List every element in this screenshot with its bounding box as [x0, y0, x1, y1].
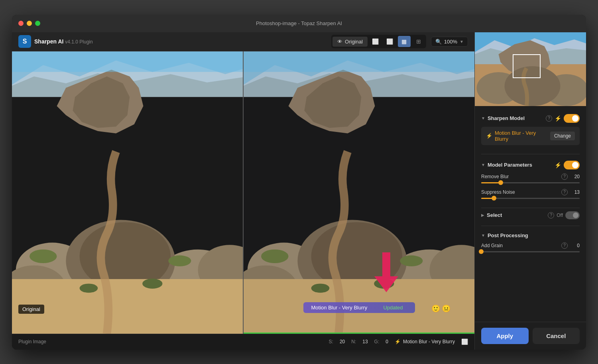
add-grain-label: Add Grain [481, 243, 559, 248]
post-processing-section-header: ▼ Post Processing [481, 232, 580, 238]
suppress-noise-value: 13 [570, 189, 580, 195]
right-sidebar: ▼ Sharpen Model ? ⚡ ⚡ Motion Blur - Very… [474, 32, 586, 350]
suppress-noise-slider-thumb [492, 196, 496, 201]
model-params-chevron-icon[interactable]: ▼ [481, 163, 485, 167]
remove-blur-label-row: Remove Blur ? 20 [481, 173, 580, 180]
original-view-button[interactable]: 👁 Original [332, 37, 368, 47]
sidebar-content: ▼ Sharpen Model ? ⚡ ⚡ Motion Blur - Very… [475, 106, 586, 322]
thumbnail-area [475, 32, 586, 106]
select-chevron-icon[interactable]: ▶ [481, 213, 484, 217]
view-toggle-group: 👁 Original ⬜ ⬜ ▦ ⊞ [331, 35, 426, 48]
original-image-half: Original [12, 51, 244, 334]
eye-icon: 👁 [337, 39, 342, 45]
remove-blur-slider-fill [481, 182, 501, 183]
brand: S Sharpen AI v4.1.0 Plugin [18, 35, 93, 48]
zoom-icon: 🔍 [435, 39, 442, 45]
sharpen-model-help[interactable]: ? [546, 115, 552, 122]
single-view-button[interactable]: ⬜ [369, 36, 382, 47]
side-by-side-button[interactable]: ▦ [398, 36, 411, 47]
model-parameters-toggle[interactable] [564, 161, 580, 169]
svg-point-15 [142, 278, 162, 288]
minimize-button[interactable] [27, 21, 32, 26]
status-model: ⚡ Motion Blur - Very Blurry [395, 339, 455, 344]
model-parameters-section-header: ▼ Model Parameters ⚡ [481, 161, 580, 169]
select-help[interactable]: ? [548, 212, 554, 218]
brand-name: Sharpen AI v4.1.0 Plugin [34, 38, 93, 45]
add-grain-label-row: Add Grain ? 0 [481, 242, 580, 249]
suppress-noise-param: Suppress Noise ? 13 [481, 189, 580, 199]
close-button[interactable] [18, 21, 24, 26]
cancel-button[interactable]: Cancel [533, 328, 580, 344]
add-grain-value: 0 [570, 243, 580, 248]
select-title: Select [487, 212, 545, 218]
thumbnail-image [475, 32, 586, 106]
thumbnail-focus-box [513, 54, 541, 78]
select-section-header: ▶ Select ? Off [481, 211, 580, 219]
add-grain-help[interactable]: ? [561, 242, 568, 249]
svg-rect-11 [12, 279, 243, 333]
select-state: Off [557, 212, 563, 218]
remove-blur-help[interactable]: ? [561, 173, 568, 180]
svg-point-13 [168, 255, 191, 266]
add-grain-param: Add Grain ? 0 [481, 242, 580, 252]
select-toggle[interactable] [565, 211, 580, 219]
zoom-chevron-icon: ▼ [460, 39, 464, 44]
model-name-label: ⚡ Motion Blur - Very Blurry [486, 130, 547, 142]
zoom-control[interactable]: 🔍 100% ▼ [431, 37, 468, 47]
change-model-button[interactable]: Change [550, 132, 575, 140]
remove-blur-slider-thumb [498, 180, 503, 185]
image-panel: S Sharpen AI v4.1.0 Plugin 👁 Original ⬜ … [12, 32, 474, 350]
title-bar: Photoshop-image - Topaz Sharpen AI [12, 15, 586, 32]
updated-tag: Updated [383, 305, 403, 311]
brand-icon: S [18, 35, 31, 48]
image-area: Original [12, 51, 474, 334]
g-label: G: [374, 339, 380, 344]
thumbs-down-icon[interactable]: 😐 [442, 304, 450, 313]
s-value: 20 [340, 339, 345, 344]
sharpen-model-bolt-icon: ⚡ [555, 115, 561, 122]
s-label: S: [329, 339, 333, 344]
main-window: Photoshop-image - Topaz Sharpen AI S Sha… [12, 15, 586, 350]
divider-3 [481, 226, 580, 226]
updated-model-name: Motion Blur - Very Blurry [311, 305, 368, 311]
remove-blur-value: 20 [570, 174, 580, 179]
image-status-bar: Plugin Image S: 20 N: 13 G: 0 ⚡ Motion B… [12, 334, 474, 350]
apply-button[interactable]: Apply [481, 328, 529, 344]
window-title: Photoshop-image - Topaz Sharpen AI [256, 20, 342, 26]
suppress-noise-slider[interactable] [481, 198, 580, 199]
add-grain-slider[interactable] [481, 251, 580, 252]
remove-blur-label: Remove Blur [481, 174, 559, 179]
grid-view-button[interactable]: ⊞ [412, 36, 425, 47]
svg-rect-16 [12, 51, 243, 72]
svg-point-12 [30, 249, 57, 263]
sharpen-model-chevron-icon[interactable]: ▼ [481, 116, 485, 120]
processed-image-half: Motion Blur - Very Blurry Updated 🙂 😐 [244, 51, 474, 334]
plugin-image-label: Plugin Image [18, 339, 46, 344]
divider-2 [481, 208, 580, 208]
maximize-button[interactable] [35, 21, 40, 26]
sharpen-model-title: Sharpen Model [488, 115, 543, 121]
model-parameters-title: Model Parameters [488, 162, 552, 168]
brand-version: v4.1.0 Plugin [65, 39, 92, 45]
sharpen-model-toggle[interactable] [564, 114, 580, 123]
svg-point-14 [80, 283, 98, 293]
suppress-noise-help[interactable]: ? [561, 189, 568, 195]
model-params-toggle-group: ⚡ [555, 161, 580, 169]
svg-rect-34 [244, 51, 474, 334]
updated-pill: Motion Blur - Very Blurry Updated [303, 302, 415, 313]
remove-blur-slider[interactable] [481, 182, 580, 183]
n-value: 13 [362, 339, 368, 344]
post-processing-chevron-icon[interactable]: ▼ [481, 233, 485, 238]
model-bolt-icon: ⚡ [486, 133, 492, 139]
top-toolbar: S Sharpen AI v4.1.0 Plugin 👁 Original ⬜ … [12, 32, 474, 51]
split-view-button[interactable]: ⬜ [384, 36, 396, 47]
suppress-noise-label-row: Suppress Noise ? 13 [481, 189, 580, 195]
emoji-row[interactable]: 🙂 😐 [431, 304, 450, 313]
divider-1 [481, 154, 580, 154]
remove-blur-param: Remove Blur ? 20 [481, 173, 580, 183]
thumbs-up-icon[interactable]: 🙂 [431, 304, 440, 313]
sharpen-model-section-header: ▼ Sharpen Model ? ⚡ [481, 114, 580, 123]
g-value: 0 [386, 339, 388, 344]
sidebar-footer: Apply Cancel [475, 322, 586, 350]
model-selector: ⚡ Motion Blur - Very Blurry Change [481, 127, 580, 145]
